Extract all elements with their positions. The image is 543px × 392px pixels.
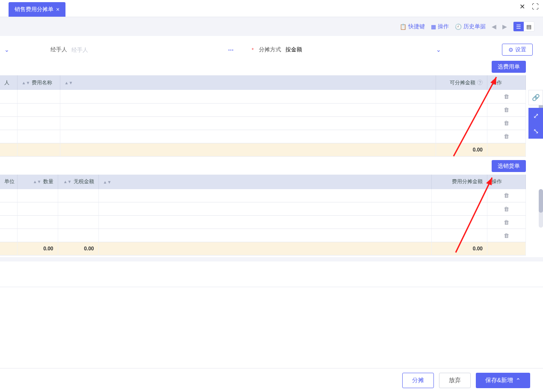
col-alloc-amount[interactable]: 可分摊金额?	[436, 75, 487, 90]
grid-icon: ▦	[431, 24, 436, 30]
expense-table-block: 选费用单 人 ▲▼费用名称 ▲▼ 可分摊金额? 操作 🗑 🗑 🗑 🗑	[0, 59, 543, 157]
col-fee-name[interactable]: ▲▼费用名称	[17, 75, 60, 90]
handler-label: 经手人	[50, 46, 67, 53]
save-new-button[interactable]: 保存&新增 ⌃	[476, 373, 530, 388]
summary-alloc-amount: 0.00	[436, 143, 487, 156]
view-grid-icon[interactable]: ▤	[524, 22, 534, 31]
footer-bar: 分摊 放弃 保存&新增 ⌃	[0, 368, 543, 392]
summary-notax: 0.00	[58, 242, 98, 255]
table-row[interactable]: 🗑	[0, 202, 526, 216]
side-buttons: 🔗 ⤢ ⤡	[528, 90, 543, 139]
summary-row: 0.00	[0, 143, 526, 156]
table-row[interactable]: 🗑	[0, 189, 526, 202]
allocate-button[interactable]: 分摊	[402, 373, 434, 388]
col-unit[interactable]: 单位	[0, 175, 17, 189]
summary-fee: 0.00	[432, 242, 487, 255]
alloc-method-label: 分摊方式	[259, 46, 281, 53]
sales-table-block: 选销货单 单位 ▲▼数量 ▲▼无税金额 ▲▼ 费用分摊金额 操作 🗑 🗑 🗑	[0, 158, 543, 256]
trash-icon[interactable]: 🗑	[504, 219, 509, 226]
summary-row: 0.00 0.00 0.00	[0, 242, 526, 255]
prev-record-icon[interactable]: ◀	[492, 23, 496, 30]
sort-icon[interactable]: ▲▼	[33, 181, 42, 183]
table-row[interactable]: 🗑	[0, 90, 526, 103]
chevron-up-icon: ⌃	[516, 377, 521, 384]
expense-table: 人 ▲▼费用名称 ▲▼ 可分摊金额? 操作 🗑 🗑 🗑 🗑 0.00	[0, 75, 526, 157]
fullscreen-icon[interactable]: ⛶	[532, 3, 539, 11]
sort-icon[interactable]: ▲▼	[103, 181, 112, 184]
trash-icon[interactable]: 🗑	[504, 206, 509, 212]
col-op: 操作	[487, 75, 526, 90]
col-qty[interactable]: ▲▼数量	[17, 175, 58, 189]
history-link[interactable]: 🕘 历史单据	[455, 23, 486, 30]
view-toggle: ☰ ▤	[513, 21, 534, 32]
trash-icon[interactable]: 🗑	[504, 93, 509, 100]
expand-out-icon[interactable]: ⤢	[528, 108, 543, 123]
table-row[interactable]: 🗑	[0, 103, 526, 116]
trash-icon[interactable]: 🗑	[504, 232, 509, 239]
first-field-chevron-icon[interactable]: ⌄	[2, 46, 12, 53]
select-expense-button[interactable]: 选费用单	[492, 61, 526, 73]
sales-table: 单位 ▲▼数量 ▲▼无税金额 ▲▼ 费用分摊金额 操作 🗑 🗑 🗑 🗑 0.00…	[0, 175, 526, 256]
shortcut-link[interactable]: 📋 快捷键	[400, 23, 425, 30]
alloc-method-input[interactable]	[285, 46, 430, 53]
handler-input[interactable]	[71, 46, 225, 53]
sort-icon[interactable]: ▲▼	[65, 82, 73, 84]
table-row[interactable]: 🗑	[0, 116, 526, 130]
sort-icon[interactable]: ▲▼	[63, 181, 72, 183]
settings-button[interactable]: ⚙ 设置	[502, 44, 533, 56]
next-record-icon[interactable]: ▶	[502, 23, 507, 30]
col-partial[interactable]: 人	[0, 75, 17, 90]
sort-icon[interactable]: ▲▼	[22, 82, 30, 84]
alloc-chevron-icon[interactable]: ⌄	[433, 46, 444, 53]
summary-qty: 0.00	[17, 242, 58, 255]
table-row[interactable]: 🗑	[0, 130, 526, 143]
col-blank[interactable]: ▲▼	[60, 75, 436, 90]
clipboard-icon: 📋	[400, 24, 407, 30]
col-notax[interactable]: ▲▼无税金额	[58, 175, 98, 189]
gear-icon: ⚙	[508, 47, 513, 53]
trash-icon[interactable]: 🗑	[504, 133, 509, 140]
discard-button[interactable]: 放弃	[439, 373, 471, 388]
info-icon[interactable]: ?	[477, 80, 483, 85]
page-toolbar: 📋 快捷键 ▦ 操作 🕘 历史单据 ◀ ▶ ☰ ▤	[0, 17, 543, 36]
attachment-icon[interactable]: 🔗	[528, 90, 543, 105]
alloc-method-field: * 分摊方式 ⌄	[252, 46, 444, 53]
window-close-icon[interactable]: ✕	[519, 3, 525, 11]
table-row[interactable]: 🗑	[0, 229, 526, 242]
operate-link[interactable]: ▦ 操作	[431, 23, 449, 30]
required-mark: *	[252, 47, 254, 53]
handler-more-icon[interactable]: ⋯	[228, 47, 234, 53]
tab-sales-expense[interactable]: 销售费用分摊单 ×	[9, 2, 65, 17]
history-icon: 🕘	[455, 24, 462, 30]
table-row[interactable]: 🗑	[0, 216, 526, 229]
col-blank2[interactable]: ▲▼	[98, 175, 432, 189]
scrollbar[interactable]	[539, 189, 543, 228]
expand-in-icon[interactable]: ⤡	[528, 123, 543, 139]
col-op2: 操作	[487, 175, 526, 189]
view-list-icon[interactable]: ☰	[513, 22, 524, 31]
trash-icon[interactable]: 🗑	[504, 120, 509, 126]
tab-close-icon[interactable]: ×	[56, 6, 59, 13]
trash-icon[interactable]: 🗑	[504, 107, 509, 113]
tab-title: 销售费用分摊单	[15, 6, 53, 13]
trash-icon[interactable]: 🗑	[504, 192, 509, 199]
handler-field: 经手人 ⋯	[50, 46, 234, 53]
select-sales-button[interactable]: 选销货单	[492, 160, 526, 172]
col-fee-alloc[interactable]: 费用分摊金额	[432, 175, 487, 189]
form-row: ⌄ 经手人 ⋯ * 分摊方式 ⌄ ⚙ 设置	[0, 36, 543, 59]
